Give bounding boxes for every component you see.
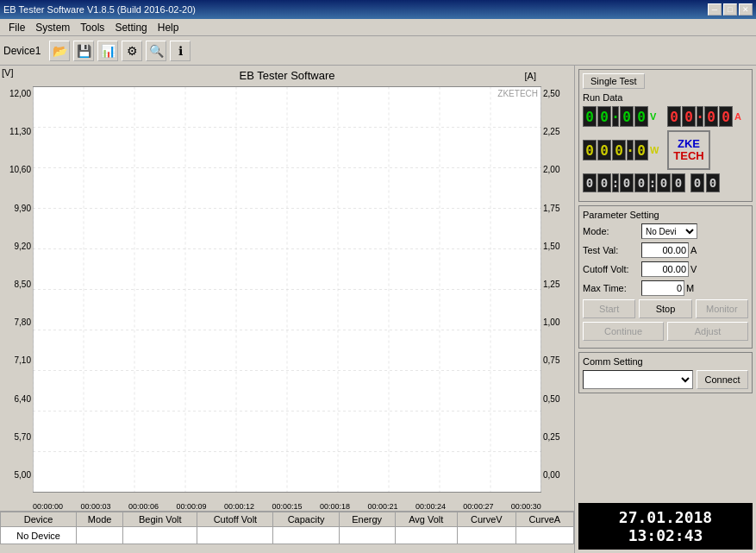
col-mode: Mode xyxy=(77,512,123,527)
window-controls: ─ □ ✕ xyxy=(708,3,753,16)
monitor-button[interactable]: Monitor xyxy=(696,299,748,318)
watt-d4: 0 xyxy=(634,140,648,160)
maximize-button[interactable]: □ xyxy=(723,3,737,16)
menu-setting[interactable]: Setting xyxy=(109,20,152,35)
chart-grid: ZKETECH xyxy=(33,85,541,493)
single-test-tab: Single Test xyxy=(583,73,748,89)
time-m1: 0 xyxy=(620,173,634,192)
amp-d3: 0 xyxy=(704,106,718,127)
action-buttons-row1: Start Stop Monitor xyxy=(583,299,748,318)
cell-curvea xyxy=(515,527,574,544)
cell-mode xyxy=(77,527,123,544)
amp-d2: 0 xyxy=(682,106,696,127)
volt-unit: V xyxy=(650,111,656,122)
run-data: 0 0 · 0 0 V 0 0 · 0 0 xyxy=(583,106,748,170)
amp-digits: 0 0 · 0 0 xyxy=(667,106,733,127)
connect-button[interactable]: Connect xyxy=(697,370,748,389)
comm-setting-section: Comm Setting Connect xyxy=(578,352,753,393)
y-axis-right-label: [A] xyxy=(525,71,536,81)
menu-system[interactable]: System xyxy=(30,20,75,35)
chart-svg xyxy=(33,85,541,493)
action-buttons-row2: Continue Adjust xyxy=(583,322,748,341)
single-test-button[interactable]: Single Test xyxy=(583,73,645,89)
title-bar: EB Tester Software V1.8.5 (Build 2016-02… xyxy=(0,0,756,19)
search-button[interactable]: 🔍 xyxy=(146,41,166,61)
logo-top: ZKE xyxy=(678,138,700,150)
y-axis-left: 12,00 11,30 10,60 9,90 9,20 8,50 7,80 7,… xyxy=(0,85,33,493)
volt-display: 0 0 · 0 0 V xyxy=(583,106,664,127)
datetime-display: 27.01.2018 13:02:43 xyxy=(578,503,753,550)
mode-label: Mode: xyxy=(583,226,641,236)
parameter-setting-section: Parameter Setting Mode: No Devi Test Val… xyxy=(578,205,753,349)
single-test-section: Single Test Run Data 0 0 · 0 0 V xyxy=(578,69,753,202)
save-button[interactable]: 💾 xyxy=(73,41,94,61)
col-capacity: Capacity xyxy=(273,512,339,527)
menu-file[interactable]: File xyxy=(3,20,30,35)
menu-help[interactable]: Help xyxy=(153,20,184,35)
start-button[interactable]: Start xyxy=(583,299,635,318)
test-val-input[interactable] xyxy=(641,242,689,258)
amp-d1: 0 xyxy=(667,106,681,127)
right-panel: Single Test Run Data 0 0 · 0 0 V xyxy=(575,66,756,553)
time-s2: 0 xyxy=(672,173,685,192)
watt-digits: 0 0 0 · 0 xyxy=(583,140,648,160)
cutoff-volt-input[interactable] xyxy=(641,261,689,277)
col-avg-volt: Avg Volt xyxy=(395,512,458,527)
col-cutoff-volt: Cutoff Volt xyxy=(197,512,273,527)
cell-avg-volt xyxy=(395,527,458,544)
amp-dot: · xyxy=(697,106,703,127)
cell-curvev xyxy=(458,527,515,544)
watt-d2: 0 xyxy=(597,140,611,160)
time-h2: 0 xyxy=(597,173,611,192)
time-h1: 0 xyxy=(583,173,597,192)
table-row: No Device xyxy=(1,527,574,544)
extra-d2: 0 xyxy=(706,173,720,192)
max-time-input[interactable] xyxy=(641,280,684,296)
max-time-row: Max Time: M xyxy=(583,280,748,296)
col-begin-volt: Begin Volt xyxy=(123,512,197,527)
chart-button[interactable]: 📊 xyxy=(97,41,118,61)
cutoff-volt-row: Cutoff Volt: V xyxy=(583,261,748,277)
close-button[interactable]: ✕ xyxy=(739,3,753,16)
stop-button[interactable]: Stop xyxy=(639,299,691,318)
settings-button[interactable]: ⚙ xyxy=(122,41,142,61)
comm-port-select[interactable] xyxy=(583,370,693,389)
adjust-button[interactable]: Adjust xyxy=(667,322,748,341)
mode-select[interactable]: No Devi xyxy=(641,223,697,239)
col-energy: Energy xyxy=(339,512,395,527)
watt-unit: W xyxy=(650,145,659,155)
chart-container: 12,00 11,30 10,60 9,90 9,20 8,50 7,80 7,… xyxy=(0,85,574,511)
time-sep1: : xyxy=(612,173,619,192)
test-val-row: Test Val: A xyxy=(583,242,748,258)
toolbar: Device1 📂 💾 📊 ⚙ 🔍 ℹ xyxy=(0,36,756,66)
minimize-button[interactable]: ─ xyxy=(708,3,722,16)
param-section-title: Parameter Setting xyxy=(583,210,748,220)
volt-d4: 0 xyxy=(634,106,648,127)
volt-dot: · xyxy=(612,106,619,127)
chart-title: EB Tester Software xyxy=(0,67,574,84)
x-axis-labels: 00:00:00 00:00:03 00:00:06 00:00:09 00:0… xyxy=(33,502,541,511)
watt-d3: 0 xyxy=(612,140,626,160)
cell-cutoff-volt xyxy=(197,527,273,544)
extra-digits: 0 0 xyxy=(690,173,720,192)
chart-area: [V] EB Tester Software [A] 12,00 11,30 1… xyxy=(0,66,575,553)
col-device: Device xyxy=(1,512,77,527)
cell-capacity xyxy=(273,527,339,544)
time-digits: 0 0 : 0 0 : 0 0 xyxy=(583,173,685,192)
time-s1: 0 xyxy=(657,173,671,192)
volt-d3: 0 xyxy=(620,106,634,127)
open-button[interactable]: 📂 xyxy=(49,41,70,61)
max-time-unit: M xyxy=(686,283,698,293)
info-button[interactable]: ℹ xyxy=(170,41,191,61)
y-axis-left-label: [V] xyxy=(2,67,13,78)
volt-d1: 0 xyxy=(583,106,597,127)
cell-device: No Device xyxy=(1,527,77,544)
data-table: Device Mode Begin Volt Cutoff Volt Capac… xyxy=(0,512,574,544)
mode-row: Mode: No Devi xyxy=(583,223,748,239)
extra-d1: 0 xyxy=(690,173,704,192)
menu-bar: File System Tools Setting Help xyxy=(0,19,756,36)
y-axis-right: 2,50 2,25 2,00 1,75 1,50 1,25 1,00 0,75 … xyxy=(541,85,574,493)
menu-tools[interactable]: Tools xyxy=(75,20,109,35)
continue-button[interactable]: Continue xyxy=(583,322,664,341)
cell-energy xyxy=(339,527,395,544)
